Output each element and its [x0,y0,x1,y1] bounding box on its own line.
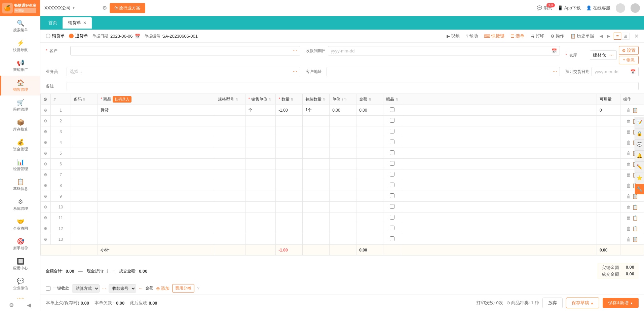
row-barcode-cell[interactable] [71,234,98,245]
customer-input[interactable]: ··· [70,46,300,55]
row-remark-cell[interactable] [401,159,597,169]
row-qty-cell[interactable] [276,159,303,169]
row-pack-qty-cell[interactable] [303,223,330,234]
row-barcode-cell[interactable] [71,180,98,191]
row-gift-cell[interactable] [383,105,401,116]
row-product-cell[interactable] [98,191,215,202]
row-unit-cell[interactable]: 个 [245,105,276,116]
sidebar-item-sales[interactable]: 🏠 销售管理 [0,76,40,95]
row-product-cell[interactable] [98,148,215,159]
row-barcode-cell[interactable] [71,116,98,126]
row-gift-cell[interactable] [383,159,401,169]
print-btn[interactable]: 🖨 打印 [528,32,546,40]
row-remark-cell[interactable] [401,126,597,137]
row-gift-cell[interactable] [383,212,401,223]
row-unit-cell[interactable] [245,180,276,191]
row-qty-cell[interactable]: -1.00 [276,105,303,116]
row-unit-cell[interactable] [245,126,276,137]
row-qty-cell[interactable] [276,148,303,159]
form-close-btn[interactable]: ✕ [634,33,639,39]
row-unit-price-cell[interactable] [330,159,356,169]
tab-home[interactable]: 首页 [43,17,63,29]
row-remark-cell[interactable] [401,191,597,202]
row-remark-cell[interactable] [401,137,597,148]
row-product-cell[interactable] [98,223,215,234]
row-barcode-cell[interactable] [71,137,98,148]
view-list-btn[interactable]: ≡ [614,33,621,40]
row-amount-cell[interactable] [356,169,383,180]
account-select[interactable]: 收款账号 [109,284,136,293]
select-row-btn[interactable]: ☰ 选单 [508,32,526,40]
user-avatar[interactable] [616,3,625,13]
row-amount-cell[interactable] [356,180,383,191]
row-pack-qty-cell[interactable] [303,169,330,180]
row-unit-price-cell[interactable] [330,180,356,191]
save-draft-btn[interactable]: 保存草稿 ▲ [566,298,600,308]
row-delete-icon[interactable]: 🗑 [626,151,631,156]
row-copy-icon[interactable]: 📋 [632,204,638,210]
row-unit-price-cell[interactable] [330,223,356,234]
row-unit-cell[interactable] [245,137,276,148]
sidebar-item-collab[interactable]: 🤝 企业协同 [0,215,40,234]
row-pack-qty-cell[interactable] [303,159,330,169]
row-barcode-cell[interactable] [71,148,98,159]
row-unit-price-cell[interactable] [330,202,356,212]
row-product-cell[interactable] [98,202,215,212]
row-pack-qty-cell[interactable] [303,116,330,126]
row-remark-cell[interactable] [401,148,597,159]
row-spec-cell[interactable] [215,159,245,169]
row-remark-cell[interactable] [401,202,597,212]
rt-lock-btn[interactable]: 🔒 [635,128,644,139]
row-unit-price-cell[interactable] [330,234,356,245]
row-gift-cell[interactable] [383,137,401,148]
row-amount-cell[interactable] [356,223,383,234]
operation-btn[interactable]: ⚙ 操作 [548,32,566,40]
row-delete-icon[interactable]: 🗑 [626,161,631,167]
row-amount-cell[interactable] [356,137,383,148]
row-product-cell[interactable] [98,159,215,169]
row-unit-cell[interactable] [245,159,276,169]
prev-arrow[interactable]: ◀ [598,33,605,39]
row-remark-cell[interactable] [401,223,597,234]
row-spec-cell[interactable] [215,180,245,191]
row-unit-price-cell[interactable] [330,126,356,137]
settings-btn[interactable]: ⚙ 设置 [619,46,639,55]
row-unit-cell[interactable] [245,116,276,126]
row-unit-price-cell[interactable] [330,137,356,148]
row-spec-cell[interactable] [215,137,245,148]
sidebar-item-member[interactable]: 👑 畅会员 [0,294,40,299]
rt-star-btn[interactable]: ⭐ [635,172,644,183]
row-copy-icon[interactable]: 📋 [632,226,638,231]
row-qty-cell[interactable] [276,180,303,191]
rt-notes-btn[interactable]: 📝 [635,117,644,128]
discount-info-icon[interactable]: ℹ [107,269,108,274]
row-remark-cell[interactable] [401,180,597,191]
rt-comment-btn[interactable]: 💬 [635,139,644,150]
row-unit-price-cell[interactable] [330,191,356,202]
sidebar-item-search[interactable]: 🔍 搜索菜单 [0,16,40,36]
row-delete-icon[interactable]: 🗑 [626,204,631,210]
experience-btn[interactable]: 体验行业方案 [110,3,145,13]
row-barcode-cell[interactable] [71,212,98,223]
row-delete-icon[interactable]: 🗑 [626,215,631,221]
row-unit-price-cell[interactable] [330,212,356,223]
row-product-cell[interactable] [98,212,215,223]
row-unit-cell[interactable] [245,234,276,245]
row-pack-qty-cell[interactable] [303,126,330,137]
sidebar-item-guide[interactable]: 🎯 新手引导 [0,234,40,254]
row-unit-price-cell[interactable] [330,148,356,159]
row-gift-cell[interactable] [383,191,401,202]
row-spec-cell[interactable] [215,169,245,180]
salesperson-dots-icon[interactable]: ··· [293,69,297,75]
row-qty-cell[interactable] [276,234,303,245]
sidebar-item-purchase[interactable]: 🛒 采购管理 [0,95,40,115]
row-copy-icon[interactable]: 📋 [632,194,638,199]
row-amount-cell[interactable] [356,212,383,223]
row-product-cell[interactable]: 拆货 [98,105,215,116]
tab-sales-order[interactable]: 销货单 ✕ [63,17,92,29]
row-product-cell[interactable] [98,169,215,180]
row-unit-cell[interactable] [245,212,276,223]
abandon-btn[interactable]: 放弃 [542,298,563,308]
row-delete-icon[interactable]: 🗑 [626,118,631,124]
row-remark-cell[interactable] [401,105,597,116]
